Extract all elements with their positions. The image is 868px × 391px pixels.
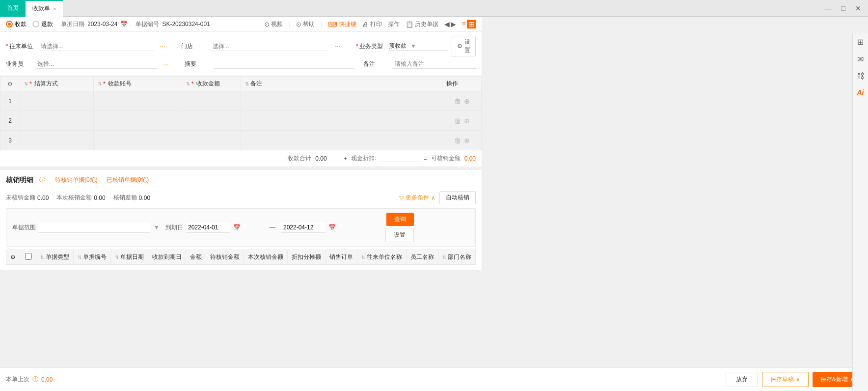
settings-button[interactable]: ⚙ 设置 [452,36,476,56]
close-button[interactable]: ✕ [852,3,864,13]
help-icon: ⊙ [296,21,301,28]
radio-refund-circle [32,21,39,28]
view-icons: ≡ ⊞ [462,20,476,28]
auto-verify-button[interactable]: 自动核销 [439,191,476,204]
delete-icon-3[interactable]: 🗑 [454,137,461,144]
row-1-account[interactable] [94,91,182,111]
date-start-input[interactable] [186,223,230,233]
summary-input[interactable] [214,59,353,69]
delete-icon-2[interactable]: 🗑 [454,117,461,125]
row-3-note[interactable] [241,131,442,150]
store-group: 门店 ··· [181,42,347,51]
diff-amount: 核销差额 0.00 [113,194,150,202]
check-all-checkbox[interactable] [25,253,32,260]
row-2-settle[interactable] [20,111,94,131]
note-input[interactable] [393,59,476,69]
row-3-settle[interactable] [20,131,94,150]
copy-icon-2[interactable]: ⊕ [464,117,470,125]
row-1-settle[interactable] [20,91,94,111]
unverified-value: 0.00 [37,195,49,201]
grid-view-icon[interactable]: ⊞ [467,20,476,28]
bill-field: 单据编号 SK-20230324-001 [136,20,210,28]
row-3-amount[interactable] [182,131,241,150]
row-3-account[interactable] [94,131,182,150]
current-value: 0.00 [94,195,105,201]
link-sidebar-icon[interactable]: ⛓ [857,72,865,81]
staff-more-icon[interactable]: ··· [163,60,169,68]
scope-dropdown-arrow[interactable]: ▼ [154,224,160,231]
date-field: 单据日期 2023-03-24 📅 [61,20,128,28]
tab-close-icon[interactable]: × [53,6,56,12]
date-icon[interactable]: 📅 [120,21,128,28]
bill-value: SK-20230324-001 [162,21,210,28]
info-icon-footer[interactable]: ⓘ [32,375,38,384]
video-button[interactable]: ⊙ 视频 [264,20,283,28]
table-sidebar-icon[interactable]: ⊞ [857,37,864,47]
col-amount: 金额 [186,250,206,265]
verify-right: ▽ 更多条件 ∧ 自动核销 [399,191,476,204]
row-2-amount[interactable] [182,111,241,131]
verified-tab[interactable]: 已核销单据(0笔) [103,175,153,185]
data-table: ⚙ ⇅ * 结算方式 ⇅ * [0,76,482,150]
diff-label: 核销差额 [113,194,137,202]
equals-sign: = [424,155,427,162]
calendar-end-icon[interactable]: 📅 [328,224,336,231]
minimize-button[interactable]: — [822,3,835,13]
row-2-account[interactable] [94,111,182,131]
date-end-input[interactable] [281,223,326,233]
counterparty-more-icon[interactable]: ··· [160,42,165,50]
store-more-icon[interactable]: ··· [335,42,341,50]
tab-current[interactable]: 收款单 × [26,0,63,17]
verify-settings-button[interactable]: 设置 [385,228,414,242]
summary-label: 摘要 [185,60,214,68]
date-range-actions: 查询 设置 [385,213,414,242]
help-button[interactable]: ⊙ 帮助 [296,20,315,28]
tab-home[interactable]: 首页 [0,0,26,17]
col-employee: 员工名称 [407,250,438,265]
query-label: 查询 [394,216,406,223]
form-row-1: * 往来单位 ··· 门店 ··· * 业务类型 预收款 ▼ [6,36,476,56]
table-row: 1 🗑 ⊕ [0,91,482,111]
more-conditions-button[interactable]: ▽ 更多条件 ∧ [399,194,435,202]
copy-icon-1[interactable]: ⊕ [464,97,470,105]
row-2-note[interactable] [241,111,442,131]
staff-input[interactable] [35,59,157,69]
info-icon[interactable]: ⓘ [39,176,45,184]
pending-tab[interactable]: 待核销单据(0笔) [51,175,102,185]
action-header-label: 操作 [446,80,458,87]
scope-input[interactable] [38,223,150,233]
col-current-amount: 本次核销金额 [244,250,288,265]
query-button[interactable]: 查询 [386,213,414,226]
date-range-row: 单据范围 ▼ 到期日 📅 — 📅 查询 [6,208,476,247]
prev-arrow[interactable]: ◀ [444,20,450,28]
maximize-button[interactable]: □ [839,3,848,13]
scope-select: 单据范围 ▼ [12,223,160,233]
discount-input[interactable] [380,155,420,162]
next-arrow[interactable]: ▶ [451,20,456,28]
calendar-start-icon[interactable]: 📅 [233,224,241,231]
ai-sidebar-icon[interactable]: Ai [857,88,864,96]
list-view-icon[interactable]: ≡ [462,20,466,28]
business-select[interactable]: 预收款 ▼ [389,42,448,51]
history-button[interactable]: 📋 历史单据 [406,20,438,28]
counterparty-label: 往来单位 [9,42,39,51]
print-button[interactable]: 🖨 打印 [362,20,382,28]
table-gear-icon-2[interactable]: ⚙ [10,254,16,261]
operate-button[interactable]: 操作 [388,20,400,28]
verify-header: 核销明细 ⓘ 待核销单据(0笔) 已核销单据(0笔) [6,175,476,185]
shortcut-button[interactable]: ⌨ 快捷键 [328,20,356,28]
toolbar-right: ⊙ 视频 | ⊙ 帮助 | ⌨ 快捷键 🖨 打印 操作 [264,20,476,28]
copy-icon-3[interactable]: ⊕ [464,137,470,144]
row-1-note[interactable] [241,91,442,111]
account-header-label: 收款账号 [108,80,132,88]
counterparty-input[interactable] [39,42,154,51]
more-conditions-label: 更多条件 [406,194,429,202]
delete-icon-1[interactable]: 🗑 [454,97,461,105]
radio-refund[interactable]: 退款 [32,20,53,28]
row-1-amount[interactable] [182,91,241,111]
table-gear-icon[interactable]: ⚙ [7,81,13,87]
mail-sidebar-icon[interactable]: ✉ [857,55,864,64]
counterparty-group: * 往来单位 ··· [6,42,171,51]
store-input[interactable] [211,42,329,51]
radio-receive[interactable]: 收款 [6,20,27,28]
